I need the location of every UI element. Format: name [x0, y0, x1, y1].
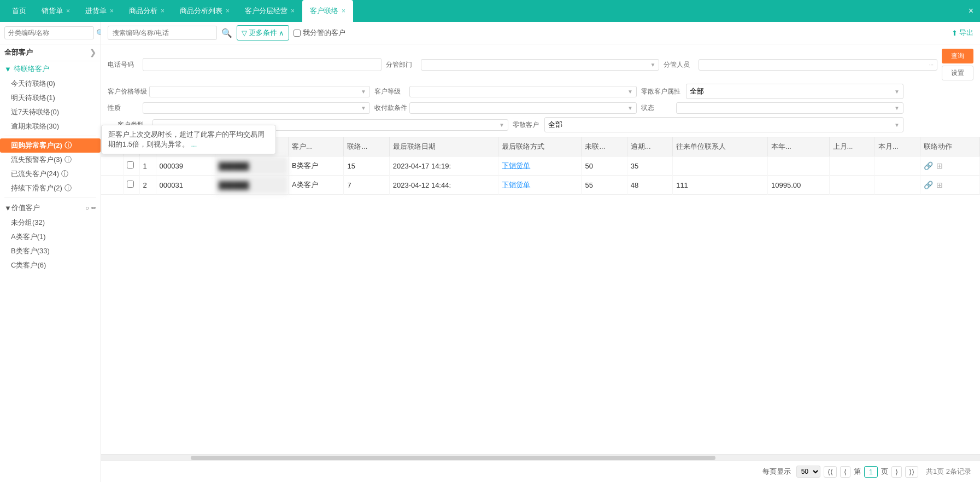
filter-gender-select[interactable]: ▼ [143, 102, 370, 114]
sidebar-group-title-label: 待联络客户 [14, 64, 49, 74]
pagination: 每页显示 50 ⟨⟨ ⟨ 第 1 页 ⟩ ⟩⟩ 共1页 2条记录 [101, 461, 980, 482]
filter-dept-arrow: ▼ [650, 62, 655, 68]
th-overdue-label: 逾期... [631, 142, 651, 150]
filter-area: 电话号码 分管部门 ▼ 分管人员 ··· [101, 44, 980, 137]
sidebar-group-pending-contact[interactable]: ▼ 待联络客户 [0, 61, 101, 77]
sidebar-item-ungrouped[interactable]: 未分组(32) [0, 216, 101, 230]
th-last-month: 上月... [829, 137, 875, 156]
nav-sales[interactable]: 销货单 × [34, 0, 78, 22]
action-grid-icon[interactable]: ⊞ [936, 181, 943, 189]
sidebar-item-today[interactable]: 今天待联络(0) [0, 77, 101, 91]
sidebar-all-customers-label: 全部客户 [4, 48, 33, 57]
th-action-label: 联络动作 [924, 142, 952, 150]
sidebar-value-arrow: ▼ [4, 204, 11, 212]
horizontal-scrollbar[interactable] [101, 454, 980, 461]
filter-retail-customer-label: 零散客户 [513, 120, 539, 130]
row-select-checkbox[interactable] [127, 181, 134, 188]
per-page-label: 每页显示 [762, 467, 791, 477]
sidebar-item-overdue[interactable]: 逾期未联络(30) [0, 119, 101, 133]
filter-payment-select[interactable]: ▼ [409, 102, 637, 114]
nav-purchase[interactable]: 进货单 × [78, 0, 121, 22]
tooltip-more[interactable]: ... [191, 140, 197, 148]
sidebar-item-tomorrow[interactable]: 明天待联络(1) [0, 91, 101, 105]
my-customers-checkbox[interactable] [294, 30, 301, 37]
sidebar-search-icon[interactable]: 🔍 [96, 29, 101, 37]
page-next-btn[interactable]: ⟩ [891, 466, 902, 478]
sidebar-group-arrow: ▼ [4, 65, 11, 73]
filter-retail-attr: 零散客户属性 全部 ▼ [641, 84, 903, 99]
nav-customer-segment-close[interactable]: × [291, 7, 295, 15]
filter-manager-arrow: ··· [929, 62, 934, 68]
filter-status-select[interactable]: ▼ [676, 102, 903, 114]
nav-sales-close[interactable]: × [66, 7, 70, 15]
nav-customer-contact[interactable]: 客户联络 × [302, 0, 353, 22]
sidebar-item-a-class[interactable]: A类客户(1) [0, 230, 101, 244]
sidebar-divider-2 [4, 198, 96, 198]
filter-manager-select[interactable]: ··· [699, 59, 937, 71]
query-button[interactable]: 查询 [942, 49, 973, 63]
sidebar-item-7days[interactable]: 近7天待联络(0) [0, 105, 101, 119]
sidebar-item-c-class[interactable]: C类客户(6) [0, 258, 101, 272]
filter-customer-level-select[interactable]: ▼ [409, 86, 637, 97]
conditions-arrow: ∧ [279, 29, 284, 37]
row-unreached: 55 [582, 176, 627, 195]
page-last-btn[interactable]: ⟩⟩ [905, 466, 918, 478]
action-link-icon[interactable]: 🔗 [924, 181, 933, 189]
window-close-button[interactable]: × [969, 6, 973, 16]
sidebar-collapse-icon[interactable]: ❯ [90, 48, 96, 57]
export-button[interactable]: ⬆ 导出 [952, 28, 973, 38]
filter-dept-select[interactable]: ▼ [421, 59, 660, 71]
page-prev-btn[interactable]: ⟨ [840, 466, 850, 478]
search-input[interactable] [108, 26, 217, 40]
table-area: ⚙ # 客户编码 客户名称 客户... [101, 137, 980, 454]
filter-retail-customer-select[interactable]: 全部 ▼ [544, 117, 903, 132]
sidebar-value-group-edit-icon[interactable]: ✏ [91, 205, 96, 212]
action-grid-icon[interactable]: ⊞ [936, 161, 943, 170]
row-last-month [829, 176, 875, 195]
filter-manager: 分管人员 ··· [664, 59, 937, 71]
filter-retail-attr-select[interactable]: 全部 ▼ [686, 84, 903, 99]
sidebar-search-input[interactable] [4, 26, 94, 39]
filter-phone: 电话号码 [108, 58, 382, 71]
sidebar-item-declining[interactable]: 持续下滑客户(2) ⓘ [0, 181, 101, 195]
action-link-icon[interactable]: 🔗 [924, 161, 933, 170]
sidebar-item-b-class[interactable]: B类客户(33) [0, 244, 101, 258]
th-overdue: 逾期... [627, 137, 672, 156]
page-suffix: 页 [881, 467, 888, 477]
contact-method-link[interactable]: 下销货单 [502, 181, 530, 189]
sidebar-value-group-edit[interactable]: ○ [85, 205, 89, 211]
row-code: 000031 [156, 176, 215, 195]
settings-button[interactable]: 设置 [942, 66, 973, 80]
contact-method-link[interactable]: 下销货单 [502, 161, 530, 170]
my-customers-label: 我分管的客户 [303, 28, 345, 38]
more-conditions-button[interactable]: ▽ 更多条件 ∧ [237, 25, 289, 40]
nav-goods-analysis-list-close[interactable]: × [226, 7, 230, 15]
sidebar-all-customers[interactable]: 全部客户 ❯ [0, 44, 101, 61]
filter-phone-input[interactable] [143, 58, 382, 71]
filter-price-level-select[interactable]: ▼ [149, 86, 370, 97]
sidebar-item-abnormal-repurchase[interactable]: 回购异常客户(2) ⓘ [0, 138, 101, 153]
current-page: 1 [864, 466, 878, 478]
nav-goods-analysis-close[interactable]: × [161, 7, 165, 15]
nav-purchase-close[interactable]: × [110, 7, 114, 15]
per-page-select[interactable]: 50 [796, 466, 820, 478]
sidebar-item-churned[interactable]: 已流失客户(24) ⓘ [0, 167, 101, 181]
nav-goods-analysis[interactable]: 商品分析 × [121, 0, 172, 22]
row-select-checkbox[interactable] [127, 161, 134, 169]
filter-retail-attr-label: 零散客户属性 [641, 87, 680, 96]
row-current-year [768, 156, 829, 176]
sidebar-value-group[interactable]: ▼ 价值客户 ○ ✏ [0, 200, 101, 216]
nav-customer-segment[interactable]: 客户分层经营 × [237, 0, 302, 22]
filter-payment-label: 收付款条件 [374, 103, 407, 113]
nav-customer-contact-close[interactable]: × [342, 7, 345, 15]
table-row: 1000039██████B类客户152023-04-17 14:19:下销货单… [101, 156, 980, 176]
filter-row-2: 客户价格等级 ▼ 客户等级 ▼ 零散客户属性 全部 [108, 84, 973, 99]
page-first-btn[interactable]: ⟨⟨ [824, 466, 837, 478]
sidebar-item-churn-warning[interactable]: 流失预警客户(3) ⓘ [0, 153, 101, 167]
search-button[interactable]: 🔍 [221, 28, 232, 38]
scrollbar-thumb[interactable] [191, 456, 715, 460]
my-customers-checkbox-area: 我分管的客户 [294, 28, 345, 38]
nav-home[interactable]: 首页 [4, 0, 34, 22]
nav-goods-analysis-list[interactable]: 商品分析列表 × [172, 0, 237, 22]
th-type: 客户... [288, 137, 343, 156]
